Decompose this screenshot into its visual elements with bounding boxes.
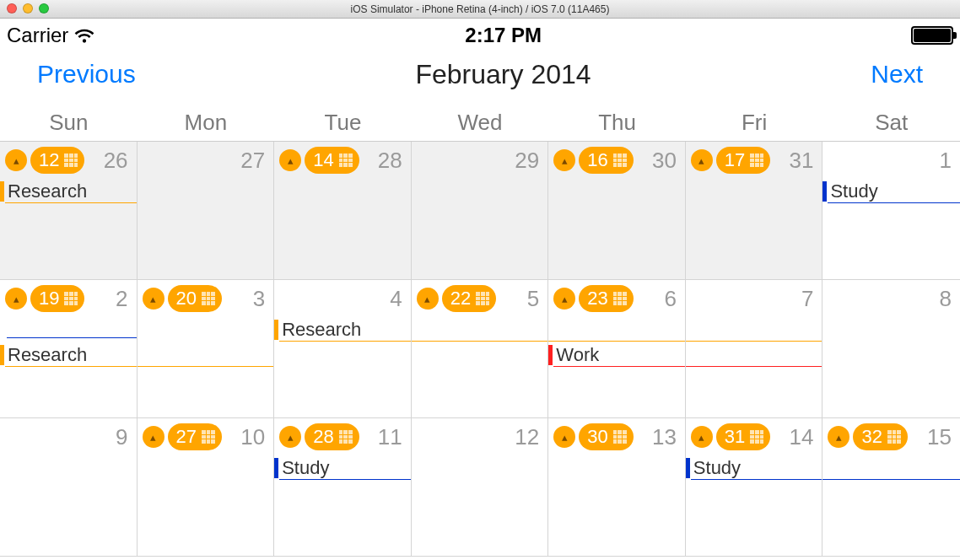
month-title: February 2014: [415, 59, 591, 90]
islamic-day-number: 22: [450, 288, 471, 310]
event-color-bar: [274, 458, 278, 478]
event-label: Work: [556, 344, 599, 366]
calendar-cell[interactable]: 9: [0, 418, 138, 557]
islamic-date-badge: 19: [30, 285, 84, 312]
status-time: 2:17 PM: [465, 24, 542, 47]
calendar-cell[interactable]: 1Study: [822, 142, 960, 280]
calendar-event[interactable]: Study: [274, 455, 411, 481]
calendar-event[interactable]: [548, 317, 685, 342]
gregorian-day-number: 31: [790, 148, 814, 174]
ios-status-bar: Carrier 2:17 PM: [0, 19, 960, 52]
gregorian-day-number: 9: [108, 424, 128, 450]
calendar-cell[interactable]: ▴1731: [686, 142, 823, 280]
zoom-window-icon[interactable]: [39, 3, 49, 13]
calendar-cell[interactable]: ▴1428: [274, 142, 412, 280]
islamic-date-badge: 31: [716, 423, 770, 450]
islamic-icon: ▴: [279, 426, 301, 448]
event-underline: [828, 202, 960, 203]
calendar-event[interactable]: Research: [274, 317, 411, 342]
calendar-cell[interactable]: ▴1226Research: [0, 142, 138, 280]
event-label: Research: [8, 344, 87, 366]
minimize-window-icon[interactable]: [23, 3, 33, 13]
event-underline: [548, 341, 685, 342]
islamic-date-badge: 32: [853, 423, 907, 450]
gregorian-day-number: 26: [104, 148, 128, 174]
islamic-icon: ▴: [143, 288, 164, 310]
islamic-icon: ▴: [553, 149, 575, 171]
next-button[interactable]: Next: [871, 60, 923, 89]
islamic-day-number: 16: [587, 149, 607, 171]
weekday-label: Tue: [274, 110, 412, 141]
gregorian-day-number: 27: [240, 148, 265, 174]
weekday-label: Mon: [138, 110, 275, 141]
previous-button[interactable]: Previous: [37, 60, 136, 89]
calendar-cell[interactable]: ▴3114Study: [686, 418, 823, 557]
gregorian-day-number: 29: [515, 148, 539, 174]
islamic-date-badge: 20: [168, 285, 222, 312]
islamic-day-number: 27: [176, 426, 197, 448]
event-underline: [5, 366, 137, 367]
calendar-event[interactable]: Research: [0, 179, 137, 204]
battery-icon: [911, 26, 953, 45]
gregorian-day-number: 6: [656, 286, 677, 312]
calendar-cell[interactable]: 12: [412, 418, 549, 557]
calendar-cell[interactable]: ▴2811Study: [274, 418, 412, 557]
calendar-event[interactable]: [412, 317, 548, 342]
event-underline: [279, 479, 411, 480]
calendar-cell[interactable]: 29: [412, 142, 549, 280]
calendar-cell[interactable]: ▴236Work: [548, 280, 686, 418]
calendar-event[interactable]: [138, 342, 274, 368]
calendar-event[interactable]: Study: [822, 179, 960, 204]
weekday-label: Sun: [0, 110, 138, 141]
calendar-event[interactable]: [822, 455, 960, 481]
calendar-event[interactable]: Research: [0, 342, 137, 368]
event-label: Study: [693, 457, 741, 479]
gregorian-day-number: 13: [652, 424, 677, 450]
gregorian-day-number: 3: [245, 286, 265, 312]
gregorian-day-number: 15: [927, 424, 952, 450]
gregorian-day-number: 1: [931, 148, 952, 174]
gregorian-day-number: 30: [652, 148, 677, 174]
calendar-event[interactable]: [686, 317, 822, 342]
islamic-day-number: 20: [176, 288, 197, 310]
calendar-event[interactable]: Work: [548, 342, 685, 368]
calendar-cell[interactable]: ▴3215: [822, 418, 960, 557]
calendar-grid: ▴1226Research27▴142829▴1630▴17311Study▴1…: [0, 141, 960, 557]
calendar-event[interactable]: Study: [686, 455, 822, 481]
calendar-cell[interactable]: ▴1630: [548, 142, 686, 280]
islamic-day-number: 23: [587, 288, 607, 310]
gregorian-day-number: 10: [240, 424, 265, 450]
calendar-cell[interactable]: ▴192Research: [0, 280, 138, 418]
nav-bar: Previous February 2014 Next: [0, 52, 960, 96]
islamic-icon: ▴: [828, 426, 849, 448]
islamic-day-number: 14: [313, 149, 333, 171]
islamic-icon: ▴: [5, 288, 27, 310]
calendar-cell[interactable]: 8: [822, 280, 960, 418]
window-title: iOS Simulator - iPhone Retina (4-inch) /…: [351, 3, 610, 15]
islamic-date-badge: 23: [579, 285, 633, 312]
calendar-cell[interactable]: ▴203: [138, 280, 275, 418]
event-underline: [691, 479, 822, 480]
calendar-cell[interactable]: 7: [686, 280, 823, 418]
calendar-cell[interactable]: ▴2710: [138, 418, 275, 557]
gregorian-day-number: 28: [378, 148, 402, 174]
event-underline: [686, 341, 822, 342]
weekday-label: Fri: [686, 110, 823, 141]
wifi-icon: [73, 26, 95, 45]
calendar-cell[interactable]: ▴225: [412, 280, 549, 418]
islamic-date-badge: 30: [579, 423, 633, 450]
close-window-icon[interactable]: [7, 3, 17, 13]
islamic-icon: ▴: [553, 288, 575, 310]
calendar-cell[interactable]: ▴3013: [548, 418, 686, 557]
islamic-day-number: 31: [725, 426, 745, 448]
calendar-cell[interactable]: 27: [138, 142, 275, 280]
islamic-icon: ▴: [5, 149, 27, 171]
calendar-event[interactable]: [686, 342, 822, 368]
calendar-cell[interactable]: 4Research: [274, 280, 412, 418]
event-underline: [686, 366, 822, 367]
gregorian-day-number: 7: [793, 286, 813, 312]
islamic-date-badge: 12: [30, 147, 84, 174]
islamic-icon: ▴: [143, 426, 164, 448]
islamic-date-badge: 14: [305, 147, 359, 174]
event-color-bar: [0, 181, 4, 202]
